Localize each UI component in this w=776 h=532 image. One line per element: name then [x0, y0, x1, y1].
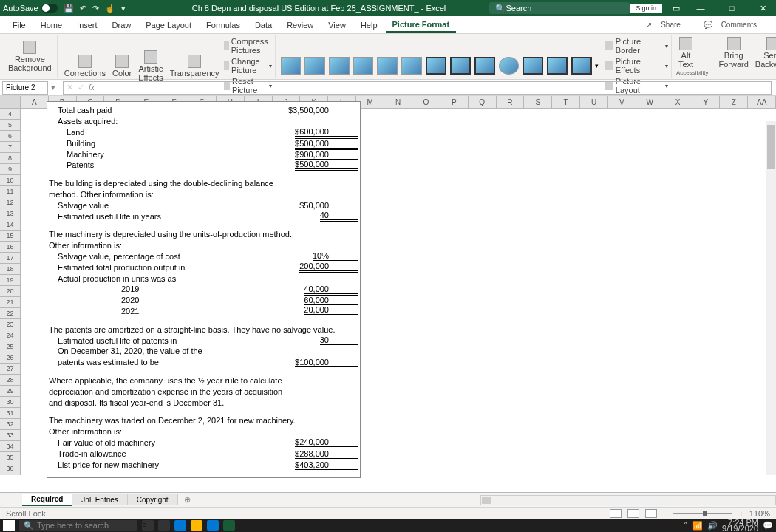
menu-insert[interactable]: Insert: [70, 18, 104, 32]
normal-view-button[interactable]: [610, 509, 622, 518]
pic-style-12[interactable]: [547, 57, 568, 75]
tray-chevron-icon[interactable]: ˄: [684, 521, 688, 531]
cortana-icon[interactable]: ○: [142, 520, 154, 531]
excel-icon[interactable]: [223, 520, 235, 531]
tab-entries[interactable]: Jnl. Entries: [72, 494, 127, 505]
alt-text-button[interactable]: Alt Text: [676, 36, 695, 69]
mail-icon[interactable]: [207, 520, 219, 531]
compress-button[interactable]: Compress Pictures: [224, 36, 272, 55]
edge-icon[interactable]: [174, 520, 186, 531]
pic-style-5[interactable]: [377, 57, 398, 75]
share-button[interactable]: ↗ Share: [639, 18, 693, 31]
col-Z[interactable]: Z: [720, 96, 748, 108]
vertical-scrollbar[interactable]: [766, 121, 776, 475]
cell-area[interactable]: Total cash paid$3,500,000 Assets acquire…: [21, 109, 776, 475]
col-Y[interactable]: Y: [692, 96, 721, 108]
pic-border-button[interactable]: Picture Border ▾: [605, 36, 668, 55]
menu-review[interactable]: Review: [280, 18, 320, 32]
close-button[interactable]: ✕: [752, 4, 773, 13]
cancel-icon[interactable]: ✕: [67, 83, 73, 92]
volume-icon[interactable]: 🔊: [707, 521, 718, 531]
page-layout-button[interactable]: [627, 509, 639, 518]
col-P[interactable]: P: [440, 96, 469, 108]
save-icon[interactable]: 💾: [64, 4, 74, 13]
embedded-picture[interactable]: Total cash paid$3,500,000 Assets acquire…: [47, 101, 361, 478]
comments-button[interactable]: 💬 Comments: [697, 18, 770, 31]
bring-forward-button[interactable]: Bring Forward: [717, 36, 751, 69]
pic-style-8[interactable]: [450, 57, 471, 75]
tab-copyright[interactable]: Copyright: [128, 494, 178, 505]
pic-style-10[interactable]: [499, 57, 520, 75]
col-N[interactable]: N: [384, 96, 412, 108]
name-box[interactable]: [2, 81, 48, 95]
col-W[interactable]: W: [636, 96, 664, 108]
pic-style-2[interactable]: [304, 57, 325, 75]
taskview-icon[interactable]: [158, 520, 170, 531]
remove-bg-button[interactable]: Remove Background: [6, 40, 54, 73]
pic-style-9[interactable]: [474, 57, 495, 75]
redo-icon[interactable]: ↷: [92, 4, 99, 13]
menu-formulas[interactable]: Formulas: [200, 18, 247, 32]
col-T[interactable]: T: [552, 96, 580, 108]
col-R[interactable]: R: [497, 96, 525, 108]
menu-file[interactable]: File: [6, 18, 33, 32]
menu-picture-format[interactable]: Picture Format: [386, 18, 457, 33]
scroll-lock-status: Scroll Lock: [6, 509, 46, 518]
titlebar: AutoSave 💾 ↶ ↷ ☝ ▾ Ch 8 Depn and disposa…: [0, 0, 776, 16]
signin-button[interactable]: Sign in: [630, 4, 662, 13]
col-AA[interactable]: AA: [748, 96, 776, 108]
col-X[interactable]: X: [664, 96, 692, 108]
col-O[interactable]: O: [412, 96, 440, 108]
wifi-icon[interactable]: 📶: [692, 521, 703, 531]
zoom-in-button[interactable]: +: [738, 509, 743, 518]
corrections-button[interactable]: Corrections: [62, 54, 108, 78]
new-sheet-button[interactable]: ⊕: [178, 494, 197, 506]
menu-page-layout[interactable]: Page Layout: [139, 18, 198, 32]
search-box[interactable]: 🔍 Search: [489, 2, 630, 14]
artistic-button[interactable]: Artistic Effects: [136, 50, 165, 83]
pic-style-4[interactable]: [353, 57, 374, 75]
page-break-button[interactable]: [645, 509, 657, 518]
autosave-toggle[interactable]: AutoSave: [3, 4, 58, 13]
zoom-level[interactable]: 110%: [749, 509, 770, 518]
zoom-slider[interactable]: [673, 513, 732, 514]
pic-style-13[interactable]: [571, 57, 592, 75]
menu-draw[interactable]: Draw: [106, 18, 138, 32]
explorer-icon[interactable]: [191, 520, 202, 531]
clock-date[interactable]: 9/19/2020: [722, 525, 758, 531]
taskbar-search[interactable]: 🔍Type here to search: [19, 520, 137, 531]
ribbon-mode-icon[interactable]: ▭: [673, 4, 680, 13]
maximize-button[interactable]: □: [721, 4, 742, 13]
col-S[interactable]: S: [524, 96, 552, 108]
col-Q[interactable]: Q: [469, 96, 497, 108]
formula-bar[interactable]: ✕ ✓ fx: [63, 81, 772, 95]
change-pic-button[interactable]: Change Picture ▾: [224, 56, 272, 75]
start-button[interactable]: [3, 520, 15, 531]
col-A[interactable]: A: [21, 96, 49, 108]
menu-help[interactable]: Help: [354, 18, 384, 32]
transparency-button[interactable]: Transparency: [168, 54, 222, 78]
horizontal-scrollbar[interactable]: [480, 495, 776, 505]
pic-style-1[interactable]: [281, 57, 302, 75]
menu-home[interactable]: Home: [34, 18, 69, 32]
col-U[interactable]: U: [580, 96, 608, 108]
col-V[interactable]: V: [608, 96, 636, 108]
zoom-out-button[interactable]: −: [663, 509, 667, 518]
notifications-icon[interactable]: 💬: [763, 521, 773, 531]
color-button[interactable]: Color: [110, 54, 134, 78]
pic-style-11[interactable]: [523, 57, 543, 75]
enter-icon[interactable]: ✓: [78, 83, 84, 92]
pic-style-6[interactable]: [401, 57, 422, 75]
minimize-button[interactable]: —: [690, 4, 711, 13]
fx-icon[interactable]: fx: [89, 83, 95, 92]
tab-required[interactable]: Required: [22, 494, 72, 506]
menu-data[interactable]: Data: [248, 18, 279, 32]
pic-style-3[interactable]: [329, 57, 350, 75]
pic-style-7[interactable]: [426, 57, 446, 75]
undo-icon[interactable]: ↶: [80, 4, 86, 13]
touch-icon[interactable]: ☝: [105, 4, 115, 13]
menu-view[interactable]: View: [321, 18, 353, 32]
select-all-triangle[interactable]: [0, 96, 21, 108]
pic-effects-button[interactable]: Picture Effects ▾: [605, 56, 668, 75]
send-backward-button[interactable]: Send Backward: [753, 36, 776, 69]
